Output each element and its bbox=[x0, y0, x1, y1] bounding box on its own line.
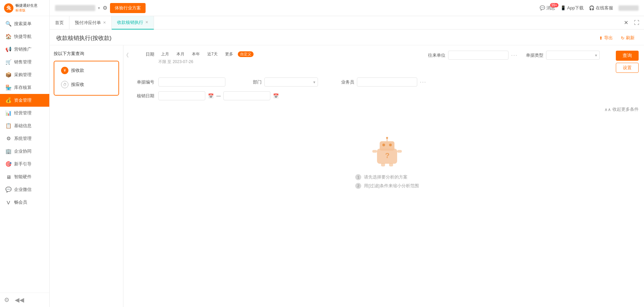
counterpart-input[interactable] bbox=[448, 51, 508, 60]
header-gear-icon[interactable]: ⚙ bbox=[103, 5, 107, 11]
page-title-bar: 收款核销执行(按收款) ⬆ 导出 ↻ 刷新 bbox=[50, 30, 644, 45]
guide-icon: 🎯 bbox=[5, 161, 11, 167]
department-filter-group: 部门 ▾ bbox=[243, 78, 318, 87]
sidebar-item-enterprise[interactable]: 🏢 企业协同 bbox=[0, 145, 49, 158]
date-more[interactable]: 更多 bbox=[222, 51, 236, 58]
date-this-month[interactable]: 本月 bbox=[174, 51, 187, 58]
industry-solution-button[interactable]: 体验行业方案 bbox=[110, 3, 146, 13]
writeoff-end-calendar-icon[interactable]: 📅 bbox=[273, 93, 279, 99]
sidebar-label-enterprise: 企业协同 bbox=[14, 148, 32, 154]
company-name-blurred bbox=[55, 5, 95, 11]
settings-button[interactable]: 设置 bbox=[616, 63, 639, 73]
dropdown-arrow-icon[interactable]: ▾ bbox=[98, 6, 100, 10]
sidebar-item-member[interactable]: V 畅会员 bbox=[0, 196, 49, 209]
online-service-button[interactable]: 🎧 在线客服 bbox=[589, 5, 613, 11]
writeoff-start-calendar-icon[interactable]: 📅 bbox=[208, 93, 214, 99]
svg-rect-9 bbox=[389, 163, 393, 166]
date-separator: — bbox=[216, 93, 221, 98]
sidebar-label-purchase: 采购管理 bbox=[14, 72, 32, 78]
writeoff-start-date-input[interactable]: 2023-03-01 bbox=[158, 91, 205, 100]
sales-icon: 🛒 bbox=[5, 59, 11, 65]
left-panel-collapse-button[interactable]: 《 bbox=[123, 45, 130, 307]
tab-prepay-label: 预付冲应付单 bbox=[75, 20, 101, 26]
sidebar-item-purchase[interactable]: 📦 采购管理 bbox=[0, 68, 49, 81]
date-7days[interactable]: 近7天 bbox=[205, 51, 220, 58]
sidebar-item-inventory[interactable]: 🏪 库存核算 bbox=[0, 81, 49, 94]
message-button[interactable]: 💬 消息 99+ bbox=[540, 5, 555, 11]
tab-bar: 首页 预付冲应付单 ✕ 收款核销执行 ✕ ✕ ⛶ bbox=[50, 16, 644, 30]
doc-number-input[interactable] bbox=[158, 78, 225, 87]
date-last-month[interactable]: 上月 bbox=[158, 51, 172, 58]
operations-icon: 📊 bbox=[5, 110, 11, 116]
export-icon: ⬆ bbox=[599, 36, 603, 41]
app-download-label: App下载 bbox=[567, 5, 584, 11]
export-button[interactable]: ⬆ 导出 bbox=[596, 34, 615, 42]
tab-collection-label: 收款核销执行 bbox=[117, 19, 143, 25]
svg-rect-8 bbox=[381, 163, 385, 166]
basic_info-icon: 📋 bbox=[5, 123, 11, 129]
sidebar-item-search[interactable]: 🔍 搜索菜单 bbox=[0, 17, 49, 30]
page-inner: 收款核销执行(按收款) ⬆ 导出 ↻ 刷新 按以下方案查询 bbox=[50, 30, 644, 307]
header-right: 💬 消息 99+ 📱 App下载 🎧 在线客服 bbox=[540, 5, 639, 11]
sidebar-item-system[interactable]: ⚙ 系统管理 bbox=[0, 132, 49, 145]
filter-option-by-receivable[interactable]: ⏱ 按应收 bbox=[57, 78, 116, 91]
salesperson-dots-icon[interactable]: ··· bbox=[420, 79, 426, 85]
sidebar-label-wechat: 企业微信 bbox=[14, 187, 32, 193]
marketing-icon: 📢 bbox=[5, 46, 11, 52]
date-filter-label: 日期 bbox=[136, 51, 154, 57]
date-range-text: 不限 至 2023-07-26 bbox=[158, 59, 193, 65]
hint-number-2: 2 bbox=[355, 183, 361, 189]
sidebar-item-basic_info[interactable]: 📋 基础信息 bbox=[0, 119, 49, 132]
member-icon: V bbox=[5, 199, 11, 205]
sidebar-item-marketing[interactable]: 📢 营销推广 bbox=[0, 43, 49, 56]
sidebar-label-marketing: 营销推广 bbox=[14, 46, 32, 52]
sidebar-item-operations[interactable]: 📊 经营管理 bbox=[0, 107, 49, 119]
sidebar-collapse-icon[interactable]: ◀◀ bbox=[15, 296, 24, 304]
counterpart-dots-icon[interactable]: ··· bbox=[511, 52, 518, 58]
app-download-button[interactable]: 📱 App下载 bbox=[560, 5, 584, 11]
refresh-button[interactable]: ↻ 刷新 bbox=[618, 34, 637, 42]
query-button[interactable]: 查询 bbox=[616, 51, 639, 61]
sidebar-item-wechat[interactable]: 💬 企业微信 bbox=[0, 183, 49, 196]
service-icon: 🎧 bbox=[589, 5, 594, 10]
app-download-icon: 📱 bbox=[560, 5, 566, 10]
tab-collection-close-icon[interactable]: ✕ bbox=[145, 20, 148, 24]
collapse-more-button[interactable]: ∧∧ 收起更多条件 bbox=[136, 105, 639, 115]
finance-icon: 💰 bbox=[5, 97, 11, 103]
date-this-year[interactable]: 本年 bbox=[189, 51, 203, 58]
refresh-icon: ↻ bbox=[621, 36, 625, 41]
main-area: ▾ ⚙ 体验行业方案 💬 消息 99+ 📱 App下载 🎧 在线客服 首页 bbox=[50, 0, 644, 307]
sidebar-item-finance[interactable]: 💰 资金管理 bbox=[0, 94, 49, 107]
sidebar-item-sales[interactable]: 🛒 销售管理 bbox=[0, 56, 49, 68]
sidebar-item-hardware[interactable]: 🖥 智能硬件 bbox=[0, 170, 49, 183]
svg-rect-6 bbox=[372, 150, 377, 153]
tab-expand-button[interactable]: ⛶ bbox=[632, 18, 641, 28]
counterpart-filter-group: 往来单位 ··· bbox=[427, 51, 521, 60]
department-select[interactable] bbox=[264, 78, 318, 87]
svg-rect-7 bbox=[397, 150, 402, 153]
date-custom-tag[interactable]: 自定义 bbox=[238, 51, 254, 57]
svg-point-2 bbox=[382, 144, 385, 146]
tab-home[interactable]: 首页 bbox=[50, 16, 69, 30]
tab-prepay-close-icon[interactable]: ✕ bbox=[103, 20, 106, 25]
tab-home-label: 首页 bbox=[55, 20, 64, 26]
writeoff-end-date-input[interactable]: 2023-07-21 bbox=[223, 91, 270, 100]
salesperson-input[interactable] bbox=[357, 78, 417, 87]
system-icon: ⚙ bbox=[5, 136, 11, 142]
doc-type-select[interactable] bbox=[546, 51, 600, 60]
department-select-wrapper: ▾ bbox=[264, 78, 318, 87]
tab-collection[interactable]: 收款核销执行 ✕ bbox=[112, 16, 154, 30]
doc-number-label: 单据编号 bbox=[136, 79, 154, 85]
sidebar-label-sales: 销售管理 bbox=[14, 59, 32, 65]
by-receivable-label: 按应收 bbox=[71, 82, 84, 88]
tab-close-button[interactable]: ✕ bbox=[621, 18, 631, 28]
filter-left-panel: 按以下方案查询 ¥ 按收款 ⏱ 按应收 bbox=[50, 45, 123, 307]
settings-icon[interactable]: ⚙ bbox=[4, 296, 9, 304]
sidebar-item-guide[interactable]: 🎯 新手引导 bbox=[0, 158, 49, 170]
hint-number-1: 1 bbox=[355, 174, 361, 180]
tab-prepay[interactable]: 预付冲应付单 ✕ bbox=[69, 16, 112, 30]
sidebar-item-shortcuts[interactable]: 🏠 快捷导航 bbox=[0, 30, 49, 43]
sidebar-label-search: 搜索菜单 bbox=[14, 21, 32, 27]
user-info-blurred bbox=[619, 5, 639, 11]
filter-option-by-receipt[interactable]: ¥ 按收款 bbox=[57, 64, 116, 77]
